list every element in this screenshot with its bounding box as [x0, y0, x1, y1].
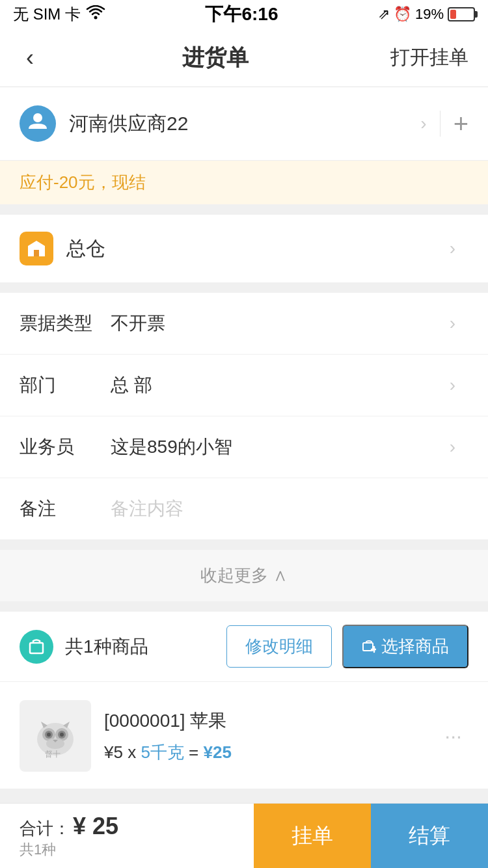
products-section: 共1种商品 修改明细 选择商品 — [0, 612, 488, 789]
person-icon — [27, 111, 48, 137]
warehouse-name: 总仓 — [66, 236, 450, 262]
total-label: 合计： — [20, 817, 70, 840]
carrier-label: 无 SIM 卡 — [13, 4, 81, 25]
staff-row[interactable]: 业务员 这是859的小智 › — [0, 416, 488, 478]
remark-label: 备注 — [20, 496, 98, 521]
bottom-bar: 合计： ¥ 25 共1种 挂单 结算 — [0, 803, 488, 868]
invoice-value: 不开票 — [98, 311, 450, 336]
warehouse-card[interactable]: 总仓 › — [0, 215, 488, 282]
invoice-label: 票据类型 — [20, 311, 98, 336]
location-icon: ⇗ — [378, 6, 390, 23]
collapse-row[interactable]: 收起更多 ∧ — [0, 550, 488, 601]
supplier-card: 河南供应商22 › + 应付-20元，现结 — [0, 87, 488, 204]
hang-button[interactable]: 挂单 — [254, 804, 371, 868]
open-hang-button[interactable]: 打开挂单 — [390, 44, 468, 71]
back-button[interactable]: ‹ — [20, 38, 40, 78]
alarm-icon: ⏰ — [394, 6, 411, 23]
battery-percent: 19% — [415, 6, 444, 23]
chevron-right-icon: › — [420, 113, 426, 134]
status-right: ⇗ ⏰ 19% — [378, 6, 475, 23]
staff-value: 这是859的小智 — [98, 435, 450, 459]
product-count-text: 共1种商品 — [65, 634, 226, 659]
product-name: [0000001] 苹果 — [104, 709, 438, 733]
chevron-right-icon: › — [450, 238, 455, 259]
main-content: 河南供应商22 › + 应付-20元，现结 总仓 › 票据类型 不开票 › — [0, 87, 488, 868]
price-total: ¥25 — [204, 742, 232, 762]
dept-row[interactable]: 部门 总 部 › — [0, 355, 488, 416]
svg-text:督十: 督十 — [45, 750, 61, 759]
staff-label: 业务员 — [20, 435, 98, 459]
dept-value: 总 部 — [98, 373, 450, 398]
battery-icon — [448, 7, 475, 21]
invoice-row[interactable]: 票据类型 不开票 › — [0, 293, 488, 355]
price-value: ¥5 — [104, 742, 123, 762]
total-amount: ¥ 25 — [73, 813, 118, 840]
total-section: 合计： ¥ 25 共1种 — [0, 804, 254, 868]
supplier-name: 河南供应商22 — [69, 111, 420, 137]
svg-point-0 — [94, 16, 98, 20]
select-product-button[interactable]: 选择商品 — [342, 625, 468, 668]
supplier-avatar — [20, 105, 56, 142]
remark-input[interactable]: 备注内容 — [98, 496, 468, 521]
remark-row[interactable]: 备注 备注内容 — [0, 478, 488, 539]
add-button[interactable]: + — [454, 109, 468, 139]
warehouse-row[interactable]: 总仓 › — [0, 215, 488, 282]
product-price: ¥5 x 5千克 = ¥25 — [104, 741, 438, 764]
page-title: 进货单 — [182, 43, 249, 73]
status-time: 下午6:16 — [205, 2, 278, 27]
price-eq: = — [189, 742, 203, 762]
product-info: [0000001] 苹果 ¥5 x 5千克 = ¥25 — [104, 709, 438, 764]
wifi-icon — [86, 5, 105, 23]
nav-bar: ‹ 进货单 打开挂单 — [0, 29, 488, 87]
products-header: 共1种商品 修改明细 选择商品 — [0, 612, 488, 682]
select-product-label: 选择商品 — [381, 635, 449, 658]
checkout-button[interactable]: 结算 — [371, 804, 488, 868]
chevron-right-icon: › — [450, 313, 455, 334]
product-count-icon — [20, 630, 53, 664]
price-x: x — [128, 742, 141, 762]
more-options-button[interactable]: ··· — [438, 718, 468, 755]
form-card: 票据类型 不开票 › 部门 总 部 › 业务员 这是859的小智 › 备注 备注… — [0, 293, 488, 539]
chevron-right-icon: › — [450, 375, 455, 396]
product-item: 督十 [0000001] 苹果 ¥5 x 5千克 = ¥25 ··· — [0, 683, 488, 789]
collapse-label: 收起更多 ∧ — [200, 564, 287, 587]
notice-row: 应付-20元，现结 — [0, 161, 488, 204]
price-quantity: 5千克 — [141, 742, 183, 762]
status-bar: 无 SIM 卡 下午6:16 ⇗ ⏰ 19% — [0, 0, 488, 29]
svg-point-1 — [33, 113, 42, 122]
owl-logo-icon: 督十 — [29, 710, 81, 762]
svg-point-10 — [47, 733, 51, 737]
svg-point-11 — [60, 733, 64, 737]
warehouse-icon — [20, 232, 53, 265]
product-thumbnail: 督十 — [20, 700, 91, 772]
status-left: 无 SIM 卡 — [13, 4, 105, 25]
svg-rect-2 — [34, 250, 39, 256]
vertical-divider — [440, 111, 441, 137]
svg-rect-3 — [30, 643, 43, 653]
dept-label: 部门 — [20, 373, 98, 398]
supplier-row[interactable]: 河南供应商22 › + — [0, 87, 488, 161]
modify-detail-button[interactable]: 修改明细 — [226, 625, 332, 668]
total-count: 共1种 — [20, 840, 234, 860]
chevron-right-icon: › — [450, 437, 455, 457]
